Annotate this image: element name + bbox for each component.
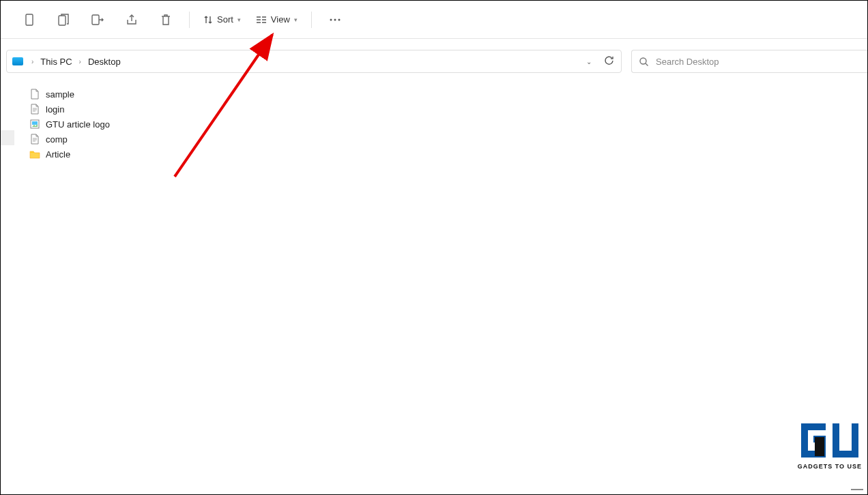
delete-button[interactable] xyxy=(151,7,181,32)
resize-grip[interactable] xyxy=(851,489,863,490)
watermark-text: GADGETS TO USE xyxy=(798,463,862,470)
svg-rect-0 xyxy=(26,14,33,25)
address-history-dropdown[interactable]: ⌄ xyxy=(583,55,594,68)
chevron-down-icon: ▾ xyxy=(294,16,298,23)
file-name: login xyxy=(46,104,64,115)
text-file-icon xyxy=(29,104,40,115)
svg-rect-8 xyxy=(32,121,38,125)
address-bar[interactable]: › This PC › Desktop ⌄ xyxy=(6,50,622,73)
toolbar-separator xyxy=(189,12,190,28)
image-file-icon xyxy=(29,119,40,130)
svg-point-4 xyxy=(334,18,336,20)
location-row: › This PC › Desktop ⌄ xyxy=(1,39,867,81)
breadcrumb-desktop[interactable]: Desktop xyxy=(87,57,122,67)
sidebar-edge xyxy=(1,130,14,145)
chevron-down-icon: ▾ xyxy=(237,16,241,23)
paste-button[interactable] xyxy=(83,7,113,32)
copy-button[interactable] xyxy=(48,7,78,32)
toolbar: Sort ▾ View ▾ xyxy=(1,1,867,39)
breadcrumb-this-pc[interactable]: This PC xyxy=(39,57,73,67)
file-name: comp xyxy=(46,134,68,145)
svg-point-5 xyxy=(338,18,340,20)
new-item-button[interactable] xyxy=(14,7,44,32)
file-icon xyxy=(29,89,40,100)
view-dropdown[interactable]: View ▾ xyxy=(250,7,303,32)
watermark-logo xyxy=(798,421,862,460)
ellipsis-icon xyxy=(330,18,341,21)
toolbar-separator xyxy=(311,12,312,28)
share-button[interactable] xyxy=(117,7,147,32)
file-name: sample xyxy=(46,89,74,100)
location-icon xyxy=(12,57,23,65)
refresh-icon xyxy=(604,55,614,65)
watermark: GADGETS TO USE xyxy=(798,421,862,470)
file-name: Article xyxy=(46,149,70,160)
chevron-right-icon: › xyxy=(76,58,84,65)
sort-dropdown[interactable]: Sort ▾ xyxy=(198,7,246,32)
list-item[interactable]: login xyxy=(27,102,867,117)
svg-point-3 xyxy=(330,18,332,20)
chevron-right-icon: › xyxy=(29,58,36,65)
svg-point-6 xyxy=(640,58,646,64)
svg-rect-2 xyxy=(92,15,99,25)
search-icon xyxy=(639,57,649,67)
list-item[interactable]: comp xyxy=(27,132,867,147)
search-box[interactable] xyxy=(631,50,867,73)
list-item[interactable]: sample xyxy=(27,87,867,102)
sort-icon xyxy=(203,15,213,25)
more-options-button[interactable] xyxy=(320,7,350,32)
file-list: sample login GTU article logo comp Artic… xyxy=(1,81,867,162)
view-icon xyxy=(256,16,267,24)
sort-label: Sort xyxy=(217,14,233,25)
search-input[interactable] xyxy=(656,57,860,67)
svg-rect-1 xyxy=(59,16,66,25)
view-label: View xyxy=(271,14,290,25)
file-name: GTU article logo xyxy=(46,119,110,130)
folder-icon xyxy=(29,149,40,160)
svg-rect-10 xyxy=(815,437,824,456)
list-item[interactable]: GTU article logo xyxy=(27,117,867,132)
text-file-icon xyxy=(29,134,40,145)
list-item[interactable]: Article xyxy=(27,147,867,162)
refresh-button[interactable] xyxy=(601,52,617,70)
